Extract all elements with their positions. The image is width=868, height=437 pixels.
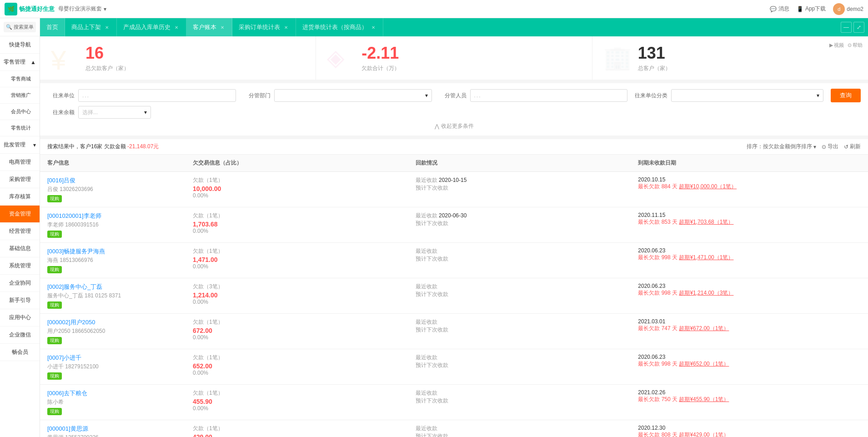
cell-due-3: 2020.06.23 最长欠款 998 天 超期¥1,214.00（3笔） <box>638 283 861 309</box>
phone-icon: 📱 <box>797 6 803 12</box>
cell-debt-6: 欠款（1笔） 455.90 0.00% <box>193 389 416 415</box>
debt-count-3: 欠款（3笔） <box>193 283 416 291</box>
overdue-link-0[interactable]: 超期¥10,000.00（1笔） <box>679 183 737 190</box>
sidebar-search[interactable]: 🔍 搜索菜单 <box>0 18 40 36</box>
overdue-link-6[interactable]: 超期¥455.90（1笔） <box>679 396 729 402</box>
refresh-btn[interactable]: ↺ 刷新 <box>844 143 861 151</box>
source-unit-input[interactable]: ... <box>78 89 236 102</box>
overdue-days-4: 最长欠款 747 天 超期¥672.00（1笔） <box>638 325 861 332</box>
overdue-days-3: 最长欠款 998 天 超期¥1,214.00（3笔） <box>638 289 861 297</box>
sidebar-item-enterprise-collab[interactable]: 企业协同 <box>0 275 40 292</box>
tab-purchase-order[interactable]: 采购订单统计表 ✕ <box>232 18 296 36</box>
sidebar-item-retail-mall[interactable]: 零售商城 <box>0 71 40 87</box>
manager-input[interactable]: ... <box>470 89 628 102</box>
unit-category-select[interactable]: ▾ <box>671 89 823 102</box>
tab-stock-stats[interactable]: 进货单统计表（按商品） ✕ <box>296 18 383 36</box>
sidebar-item-operations[interactable]: 经营管理 <box>0 223 40 240</box>
customer-phone-2: 海燕 18513066976 <box>47 256 193 264</box>
customer-name-4[interactable]: [000002]用户2050 <box>47 318 193 326</box>
tab-close-product-offline[interactable]: ✕ <box>104 24 110 30</box>
message-label: 消息 <box>778 5 789 13</box>
cell-recovery-6: 最近收款 预计下次收款 <box>416 389 638 415</box>
sidebar-item-basic-info[interactable]: 基础信息 <box>0 240 40 257</box>
sidebar: 🔍 搜索菜单 快捷导航 零售管理 ▲ 零售商城 营销推广 会员中心 零售统计 <box>0 18 40 437</box>
export-btn[interactable]: ⊙ 导出 <box>822 143 838 151</box>
recovery-2: 最近收款 <box>416 247 638 255</box>
cell-recovery-3: 最近收款 预计下次收款 <box>416 283 638 309</box>
overdue-link-5[interactable]: 超期¥652.00（1笔） <box>679 361 729 367</box>
store-selector[interactable]: 母婴行业演示账套 ▾ <box>58 5 106 13</box>
tab-close-stock-stats[interactable]: ✕ <box>370 24 376 30</box>
tab-production-history[interactable]: 产成品入库单历史 ✕ <box>117 18 186 36</box>
sidebar-item-batch-mgmt[interactable]: 批发管理 ▾ <box>0 136 40 154</box>
cell-debt-2: 欠款（1笔） 1,471.00 0.00% <box>193 247 416 273</box>
tab-close-production-history[interactable]: ✕ <box>173 24 180 30</box>
customer-name-6[interactable]: [0006]去下粮仓 <box>47 389 193 397</box>
overdue-link-3[interactable]: 超期¥1,214.00（3笔） <box>679 290 733 296</box>
sidebar-item-system[interactable]: 系统管理 <box>0 257 40 275</box>
tab-minimize-btn[interactable]: — <box>841 22 852 33</box>
sidebar-item-member-center[interactable]: 会员中心 <box>0 104 40 120</box>
tab-maximize-btn[interactable]: ⤢ <box>853 22 864 33</box>
customer-name-1[interactable]: [0001020001]李老师 <box>47 212 193 220</box>
cell-recovery-5: 最近收款 预计下次收款 <box>416 354 638 380</box>
tab-customer-account[interactable]: 客户账本 ✕ <box>186 18 232 36</box>
sidebar-item-marketing[interactable]: 营销推广 <box>0 87 40 104</box>
sidebar-item-finance[interactable]: 资金管理 <box>0 206 40 223</box>
table-row: [0007]小进千 小进千 18279152100 现购 欠款（1笔） 652.… <box>40 349 868 385</box>
help-icon: ⊙ <box>848 42 852 48</box>
stat-diamond-icon: ◈ <box>327 45 354 72</box>
due-date-2: 2020.06.23 <box>638 247 861 254</box>
logo-area: 🌿 畅捷通好生意 <box>5 3 55 15</box>
sort-selector[interactable]: 排序：按欠款金额倒序排序 ▾ <box>747 143 816 151</box>
cell-debt-5: 欠款（1笔） 652.00 0.00% <box>193 354 416 380</box>
view-video-btn[interactable]: ▶ 视频 <box>829 42 844 49</box>
overdue-link-2[interactable]: 超期¥1,471.00（1笔） <box>679 254 733 261</box>
overdue-link-4[interactable]: 超期¥672.00（1笔） <box>679 325 729 332</box>
overdue-link-1[interactable]: 超期¥1,703.68（1笔） <box>679 219 733 225</box>
message-btn[interactable]: 💬 消息 <box>770 5 789 13</box>
overdue-amount-label: 欠款合计（万） <box>361 65 400 72</box>
help-btn[interactable]: ⊙ 帮助 <box>848 42 863 49</box>
customer-name-0[interactable]: [0016]吕俊 <box>47 176 193 185</box>
overdue-link-7[interactable]: 超期¥429.00（1笔） <box>679 432 729 437</box>
filter-manager: 分管人员 ... <box>439 89 628 102</box>
next-recovery-2: 预计下次收款 <box>416 255 638 263</box>
tab-product-offline[interactable]: 商品上下架 ✕ <box>65 18 117 36</box>
overdue-days-2: 最长欠款 998 天 超期¥1,471.00（1笔） <box>638 254 861 261</box>
results-info: 搜索结果中，客户16家 欠款金额 -21,148.07元 排序：按欠款金额倒序排… <box>40 139 868 155</box>
user-avatar[interactable]: d demo2 <box>833 3 863 15</box>
sidebar-item-quick-nav[interactable]: 快捷导航 <box>0 36 40 54</box>
customer-phone-5: 小进千 18279152100 <box>47 363 193 371</box>
app-download-btn[interactable]: 📱 App下载 <box>797 5 826 13</box>
sort-down-icon: ▾ <box>813 144 816 150</box>
sidebar-item-enterprise-wechat[interactable]: 企业微信 <box>0 326 40 344</box>
sidebar-item-purchase[interactable]: 采购管理 <box>0 171 40 188</box>
sidebar-item-retail-stats[interactable]: 零售统计 <box>0 120 40 136</box>
balance-placeholder: 选择... <box>82 109 98 116</box>
customer-name-7[interactable]: [000001]黄思源 <box>47 425 193 433</box>
sidebar-item-free-member[interactable]: 畅会员 <box>0 344 40 361</box>
cell-recovery-0: 最近收款 2020-10-15 预计下次收款 <box>416 176 638 202</box>
filter-source-unit: 往来单位 ... <box>47 89 236 102</box>
search-button[interactable]: 查询 <box>831 89 861 102</box>
dept-select[interactable]: ▾ <box>274 89 432 102</box>
customer-name-3[interactable]: [0002]服务中心_丁磊 <box>47 283 193 291</box>
tab-close-purchase-order[interactable]: ✕ <box>283 24 289 30</box>
customer-name-5[interactable]: [0007]小进千 <box>47 354 193 362</box>
customer-name-2[interactable]: [0003]畅捷服务尹海燕 <box>47 247 193 256</box>
cell-customer-1: [0001020001]李老师 李老师 18600391516 现购 <box>47 212 193 238</box>
debt-ratio-1: 0.00% <box>193 228 416 234</box>
sidebar-item-newbie[interactable]: 新手引导 <box>0 292 40 309</box>
sidebar-item-inventory[interactable]: 库存核算 <box>0 188 40 206</box>
customer-phone-7: 黄思源 13552700226 <box>47 434 193 437</box>
collapse-btn[interactable]: ⋀ 收起更多条件 <box>47 122 861 130</box>
search-menu-btn[interactable]: 🔍 搜索菜单 <box>4 22 36 32</box>
balance-select[interactable]: 选择... ▾ <box>78 106 151 119</box>
tab-close-customer-account[interactable]: ✕ <box>219 24 226 30</box>
sidebar-item-ecommerce[interactable]: 电商管理 <box>0 154 40 171</box>
sidebar-item-retail-mgmt[interactable]: 零售管理 ▲ <box>0 54 40 71</box>
sidebar-item-app-center[interactable]: 应用中心 <box>0 309 40 326</box>
debt-count-4: 欠款（1笔） <box>193 318 416 326</box>
tab-home[interactable]: 首页 <box>40 18 65 36</box>
